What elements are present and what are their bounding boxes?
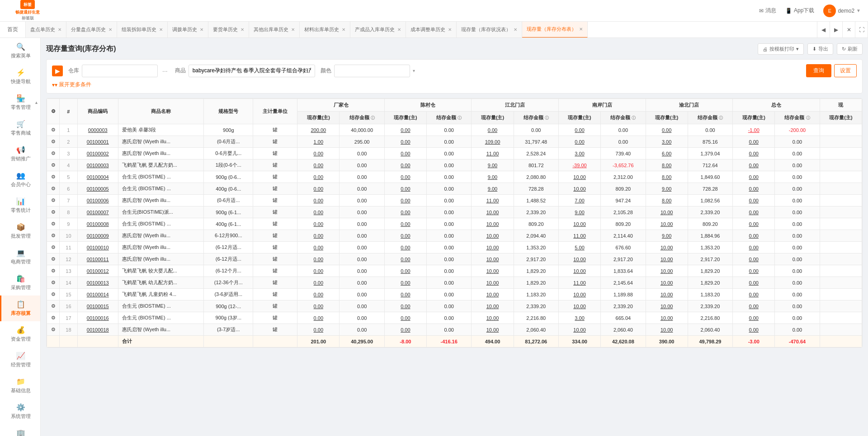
td-yb-qty[interactable]: 10.00 bbox=[646, 289, 688, 300]
td-ng-qty[interactable]: 0.00 bbox=[559, 124, 601, 136]
td-t-qty[interactable]: 0.00 bbox=[733, 171, 775, 183]
td-ng-qty[interactable]: 10.00 bbox=[559, 171, 601, 183]
td-code[interactable]: 00100018 bbox=[77, 324, 118, 336]
sidebar-item-enterprise[interactable]: 🏢 企业协同 bbox=[0, 424, 40, 436]
td-code[interactable]: 00100004 bbox=[77, 171, 118, 183]
td-t-qty[interactable]: 0.00 bbox=[733, 300, 775, 312]
td-settings[interactable]: ⚙ bbox=[47, 230, 60, 242]
td-jb-qty[interactable]: 10.00 bbox=[472, 242, 514, 253]
user-menu[interactable]: E demo2 ▼ bbox=[823, 5, 861, 17]
td-settings[interactable]: ⚙ bbox=[47, 242, 60, 253]
td-b-qty[interactable]: 0.00 bbox=[384, 230, 426, 242]
warehouse-input[interactable] bbox=[82, 65, 158, 77]
tab-material-out[interactable]: 材料出库单历史 ✕ bbox=[300, 22, 350, 38]
td-b-qty[interactable]: 0.00 bbox=[384, 159, 426, 171]
td-ng-qty[interactable]: 10.00 bbox=[559, 183, 601, 195]
app-download-btn[interactable]: 📱 App下载 bbox=[785, 7, 814, 14]
close-icon[interactable]: ✕ bbox=[579, 27, 583, 32]
td-yb-qty[interactable]: 8.00 bbox=[646, 159, 688, 171]
td-t-qty[interactable]: 0.00 bbox=[733, 230, 775, 242]
td-t-qty[interactable]: 0.00 bbox=[733, 312, 775, 324]
td-t-qty[interactable]: 0.00 bbox=[733, 136, 775, 148]
td-jb-qty[interactable]: 109.00 bbox=[472, 136, 514, 148]
td-jb-qty[interactable]: 11.00 bbox=[472, 195, 514, 206]
td-ng-qty[interactable]: -39.00 bbox=[559, 159, 601, 171]
td-b-qty[interactable]: 0.00 bbox=[384, 242, 426, 253]
td-settings[interactable]: ⚙ bbox=[47, 148, 60, 159]
td-t-qty[interactable]: 0.00 bbox=[733, 218, 775, 230]
td-t-qty[interactable]: 0.00 bbox=[733, 253, 775, 265]
td-yb-qty[interactable]: 10.00 bbox=[646, 206, 688, 218]
td-settings[interactable]: ⚙ bbox=[47, 136, 60, 148]
td-settings[interactable]: ⚙ bbox=[47, 124, 60, 136]
td-code[interactable]: 00100015 bbox=[77, 300, 118, 312]
close-icon[interactable]: ✕ bbox=[448, 27, 452, 32]
td-b-qty[interactable]: 0.00 bbox=[384, 324, 426, 336]
td-t-qty[interactable]: 0.00 bbox=[733, 159, 775, 171]
td-f-qty[interactable]: 0.00 bbox=[297, 159, 340, 171]
td-b-qty[interactable]: 0.00 bbox=[384, 148, 426, 159]
td-f-qty[interactable]: 0.00 bbox=[297, 171, 340, 183]
td-yb-qty[interactable]: 3.00 bbox=[646, 136, 688, 148]
td-b-qty[interactable]: 0.00 bbox=[384, 195, 426, 206]
td-ng-qty[interactable]: 7.00 bbox=[559, 195, 601, 206]
td-ng-qty[interactable]: 3.00 bbox=[559, 148, 601, 159]
td-yb-qty[interactable]: 6.00 bbox=[646, 148, 688, 159]
tab-stock-dist[interactable]: 现存量（库存分布表） ✕ bbox=[522, 22, 588, 38]
message-btn[interactable]: ✉ 消息 bbox=[759, 7, 776, 14]
tab-cost-adjust[interactable]: 成本调整单历史 ✕ bbox=[406, 22, 457, 38]
td-ng-qty[interactable]: 0.00 bbox=[559, 136, 601, 148]
td-ng-qty[interactable]: 10.00 bbox=[559, 218, 601, 230]
td-code[interactable]: 00100008 bbox=[77, 218, 118, 230]
td-code[interactable]: 00100011 bbox=[77, 253, 118, 265]
td-ng-qty[interactable]: 10.00 bbox=[559, 265, 601, 277]
td-ng-qty[interactable]: 10.00 bbox=[559, 300, 601, 312]
td-jb-qty[interactable]: 10.00 bbox=[472, 289, 514, 300]
td-f-qty[interactable]: 1.00 bbox=[297, 136, 340, 148]
td-f-qty[interactable]: 0.00 bbox=[297, 195, 340, 206]
ellipsis-icon[interactable]: ··· bbox=[160, 67, 170, 75]
td-b-qty[interactable]: 0.00 bbox=[384, 289, 426, 300]
close-icon[interactable]: ✕ bbox=[58, 27, 61, 32]
close-icon[interactable]: ✕ bbox=[514, 27, 517, 32]
close-icon[interactable]: ✕ bbox=[342, 27, 345, 32]
close-icon[interactable]: ✕ bbox=[159, 27, 163, 32]
td-ng-qty[interactable]: 10.00 bbox=[559, 253, 601, 265]
sidebar-item-wholesale[interactable]: 📦 批发管理 bbox=[0, 218, 40, 244]
td-jb-qty[interactable]: 10.00 bbox=[472, 230, 514, 242]
td-code[interactable]: 00100012 bbox=[77, 265, 118, 277]
td-yb-qty[interactable]: 9.00 bbox=[646, 183, 688, 195]
export-btn[interactable]: ⬇ 导出 bbox=[807, 43, 833, 55]
td-yb-qty[interactable]: 10.00 bbox=[646, 218, 688, 230]
close-icon[interactable]: ✕ bbox=[108, 27, 112, 32]
tab-prev-btn[interactable]: ◀ bbox=[817, 22, 830, 38]
tab-next-btn[interactable]: ▶ bbox=[830, 22, 843, 38]
tab-inventory-single[interactable]: 盘点单历史 ✕ bbox=[26, 22, 66, 38]
td-settings[interactable]: ⚙ bbox=[47, 159, 60, 171]
td-settings[interactable]: ⚙ bbox=[47, 312, 60, 324]
td-b-qty[interactable]: 0.00 bbox=[384, 300, 426, 312]
sidebar-item-system[interactable]: ⚙️ 系统管理 bbox=[0, 398, 40, 424]
sidebar-item-purchase[interactable]: 🛍️ 采购管理 bbox=[0, 270, 40, 295]
td-code[interactable]: 00100003 bbox=[77, 159, 118, 171]
td-t-qty[interactable]: 0.00 bbox=[733, 277, 775, 289]
td-settings[interactable]: ⚙ bbox=[47, 183, 60, 195]
td-b-qty[interactable]: 0.00 bbox=[384, 124, 426, 136]
td-f-qty[interactable]: 0.00 bbox=[297, 242, 340, 253]
td-code[interactable]: 00100016 bbox=[77, 312, 118, 324]
td-f-qty[interactable]: 0.00 bbox=[297, 206, 340, 218]
td-yb-qty[interactable]: 10.00 bbox=[646, 242, 688, 253]
td-t-qty[interactable]: 0.00 bbox=[733, 242, 775, 253]
td-jb-qty[interactable]: 11.00 bbox=[472, 148, 514, 159]
td-jb-qty[interactable]: 10.00 bbox=[472, 324, 514, 336]
td-ng-qty[interactable]: 10.00 bbox=[559, 289, 601, 300]
td-yb-qty[interactable]: 10.00 bbox=[646, 324, 688, 336]
td-f-qty[interactable]: 200.00 bbox=[297, 124, 340, 136]
td-code[interactable]: 00100010 bbox=[77, 242, 118, 253]
td-jb-qty[interactable]: 10.00 bbox=[472, 218, 514, 230]
td-b-qty[interactable]: 0.00 bbox=[384, 277, 426, 289]
td-settings[interactable]: ⚙ bbox=[47, 265, 60, 277]
td-t-qty[interactable]: 0.00 bbox=[733, 195, 775, 206]
td-f-qty[interactable]: 0.00 bbox=[297, 300, 340, 312]
td-f-qty[interactable]: 0.00 bbox=[297, 148, 340, 159]
